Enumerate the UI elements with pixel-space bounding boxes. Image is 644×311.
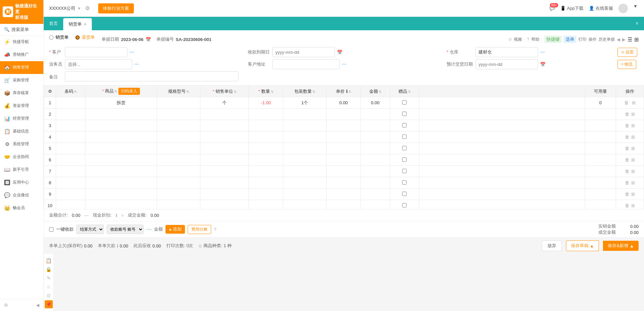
sidebar-collapse-icon[interactable]: ◀: [36, 303, 39, 308]
operation-btn[interactable]: 操作: [589, 37, 597, 42]
next-icon[interactable]: ▶: [622, 37, 626, 42]
row-product[interactable]: [85, 143, 157, 154]
row-spec-1[interactable]: [157, 97, 200, 109]
copy-icon[interactable]: ⊞: [631, 157, 635, 162]
row-package[interactable]: [283, 131, 327, 143]
row-spec[interactable]: [157, 154, 200, 166]
copy-icon[interactable]: ⊞: [631, 112, 635, 117]
expense-split-button[interactable]: 费用分摊: [188, 225, 211, 234]
row-amount[interactable]: [361, 189, 390, 200]
delete-icon[interactable]: 🗑: [625, 192, 629, 197]
row-quantity[interactable]: [249, 166, 283, 177]
row-product[interactable]: [85, 189, 157, 200]
row-quantity-1[interactable]: -1.00: [249, 97, 283, 109]
row-quantity[interactable]: [249, 120, 283, 131]
history-btn[interactable]: 历史单据: [599, 37, 615, 42]
sidebar-item-quick-nav[interactable]: ⚡ 快捷导航: [0, 36, 43, 48]
customer-input[interactable]: [65, 47, 127, 57]
row-barcode[interactable]: [56, 200, 85, 209]
row-gift[interactable]: [390, 154, 419, 166]
delete-icon-1[interactable]: 🗑: [624, 100, 629, 105]
payment-more-icon[interactable]: ···: [147, 226, 151, 232]
expense-help-icon[interactable]: ?: [214, 227, 216, 232]
sidebar-item-wechat[interactable]: 💬 企业微信: [0, 189, 43, 202]
rp-list-icon[interactable]: 📋: [45, 257, 53, 265]
row-gift[interactable]: [390, 189, 419, 200]
row-product[interactable]: [85, 154, 157, 166]
row-amount[interactable]: [361, 131, 390, 143]
row-quantity[interactable]: [249, 200, 283, 209]
settings-button[interactable]: ⊙ 设置: [617, 48, 637, 57]
copy-icon[interactable]: ⊞: [631, 169, 635, 174]
select-btn[interactable]: 选单: [564, 36, 576, 43]
sidebar-item-operations[interactable]: 📊 经营管理: [0, 112, 43, 125]
delete-icon[interactable]: 🗑: [625, 134, 629, 140]
copy-icon[interactable]: ⊞: [631, 203, 635, 208]
avatar[interactable]: [618, 4, 628, 13]
row-package[interactable]: [283, 154, 327, 166]
row-unit-1[interactable]: 个: [200, 97, 249, 109]
tab-sales-order[interactable]: 销货单 ×: [63, 18, 92, 30]
row-quantity[interactable]: [249, 131, 283, 143]
gift-checkbox[interactable]: [402, 112, 407, 116]
copy-icon[interactable]: ⊞: [631, 123, 635, 128]
date-calendar-icon[interactable]: 📅: [146, 37, 151, 42]
row-unit[interactable]: [200, 166, 249, 177]
gift-checkbox[interactable]: [402, 180, 407, 185]
row-product-1[interactable]: 拆货: [85, 97, 157, 109]
prev-icon[interactable]: ◀: [617, 37, 620, 42]
radio-sales[interactable]: 销货单: [49, 34, 69, 40]
row-unit[interactable]: [200, 200, 249, 209]
row-price[interactable]: [327, 166, 361, 177]
sidebar-item-system[interactable]: ⚙ 系统管理: [0, 138, 43, 151]
row-barcode[interactable]: [56, 177, 85, 189]
salesperson-more-icon[interactable]: ···: [134, 61, 139, 67]
row-package[interactable]: [283, 200, 327, 209]
payment-account-select[interactable]: 收款账号 账号: [107, 225, 144, 234]
gift-checkbox[interactable]: [402, 192, 407, 196]
sidebar-item-member[interactable]: 👑 畅会员: [0, 202, 43, 215]
row-package[interactable]: [283, 189, 327, 200]
delete-icon[interactable]: 🗑: [625, 180, 629, 185]
sidebar-item-inventory[interactable]: 📦 库存核算: [0, 87, 43, 100]
gift-checkbox[interactable]: [402, 123, 407, 127]
app-download-link[interactable]: 📱 App下载: [560, 5, 583, 11]
row-spec[interactable]: [157, 166, 200, 177]
row-amount[interactable]: [361, 177, 390, 189]
gift-checkbox[interactable]: [402, 169, 407, 173]
row-amount[interactable]: [361, 166, 390, 177]
payment-date-input[interactable]: [272, 47, 335, 57]
company-selector[interactable]: XXXXXX公司 ▼: [49, 5, 81, 11]
row-price[interactable]: [327, 154, 361, 166]
row-spec[interactable]: [157, 120, 200, 131]
abandon-button[interactable]: 放弃: [542, 240, 562, 251]
sidebar-item-marketing[interactable]: 📣 营销推广: [0, 48, 43, 61]
copy-icon[interactable]: ⊞: [631, 180, 635, 185]
customer-more-icon[interactable]: ···: [129, 49, 134, 55]
row-product[interactable]: [85, 120, 157, 131]
row-product[interactable]: [85, 131, 157, 143]
print-btn[interactable]: 打印: [578, 37, 586, 42]
list-view-icon[interactable]: ☰: [628, 36, 632, 43]
row-spec[interactable]: [157, 131, 200, 143]
tab-close-all[interactable]: ×: [630, 17, 644, 30]
row-gift-1[interactable]: [390, 97, 419, 109]
customer-address-input[interactable]: [272, 59, 340, 69]
row-spec[interactable]: [157, 189, 200, 200]
row-gift[interactable]: [390, 166, 419, 177]
row-price[interactable]: [327, 189, 361, 200]
row-barcode[interactable]: [56, 166, 85, 177]
notes-input[interactable]: [65, 71, 238, 81]
copy-icon[interactable]: ⊞: [631, 146, 635, 151]
row-barcode[interactable]: [56, 120, 85, 131]
sidebar-settings-icon[interactable]: ⚙: [4, 303, 8, 308]
row-quantity[interactable]: [249, 143, 283, 154]
row-gift[interactable]: [390, 200, 419, 209]
sidebar-item-purchase[interactable]: 🛒 采购管理: [0, 74, 43, 87]
payment-method-select[interactable]: 结算方式: [76, 225, 104, 234]
row-price[interactable]: [327, 120, 361, 131]
copy-icon-1[interactable]: ⊞: [632, 100, 636, 105]
arrears-info-icon[interactable]: ℹ: [117, 243, 118, 248]
row-quantity[interactable]: [249, 154, 283, 166]
row-product[interactable]: [85, 109, 157, 120]
